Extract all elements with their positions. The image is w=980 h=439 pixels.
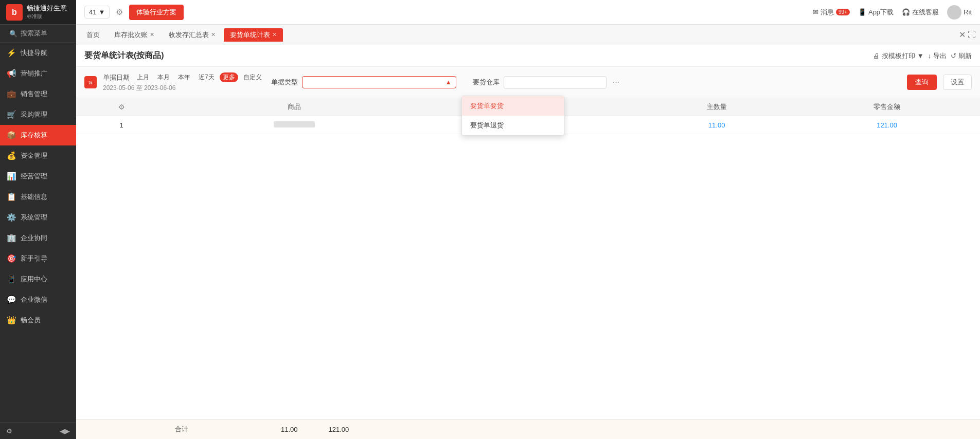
online-service-label: 在线客服	[912, 8, 939, 17]
phone-icon: 📱	[858, 8, 866, 16]
chevron-down-icon: ▼	[98, 8, 105, 16]
tab-home[interactable]: 首页	[80, 28, 106, 42]
sidebar-header: b 畅捷通好生意 标准版	[0, 0, 76, 25]
sidebar-item-label: 采购管理	[21, 110, 47, 119]
dropdown-item-0[interactable]: 要货单要货	[462, 96, 564, 116]
app-title-group: 畅捷通好生意 标准版	[27, 4, 67, 20]
product-placeholder	[274, 121, 315, 127]
filter-type-select[interactable]: ▲	[302, 76, 456, 88]
date-label: 单据日期	[103, 73, 130, 82]
filter-more-icon[interactable]: ···	[613, 78, 619, 87]
tab-order-stats[interactable]: 要货单统计表 ✕	[224, 28, 283, 42]
tab-home-label: 首页	[86, 30, 100, 40]
sidebar-item-inventory[interactable]: 📦 库存核算	[0, 125, 76, 145]
sidebar-item-marketing[interactable]: 📢 营销推广	[0, 63, 76, 84]
search-icon: 🔍	[9, 30, 17, 38]
cell-amount[interactable]: 121.00	[794, 116, 980, 134]
sidebar-item-base-info[interactable]: 📋 基础信息	[0, 187, 76, 207]
sidebar-search[interactable]: 🔍 搜索菜单	[0, 25, 76, 43]
sidebar-footer: ⚙ ◀▶	[0, 423, 76, 439]
messages-icon: ✉	[813, 8, 818, 16]
qty-link[interactable]: 11.00	[708, 121, 725, 129]
date-btn-this-month[interactable]: 本月	[154, 72, 173, 83]
sidebar-item-operations[interactable]: 📊 经营管理	[0, 166, 76, 187]
sidebar-item-wechat[interactable]: 💬 企业微信	[0, 289, 76, 310]
col-product: 商品	[167, 98, 421, 116]
tab-recv-summary-close[interactable]: ✕	[211, 31, 216, 38]
export-btn[interactable]: ↓ 导出	[928, 51, 947, 61]
tab-inventory-batch[interactable]: 库存批次账 ✕	[108, 28, 161, 42]
filter-type-group: 单据类型 ▲ 要货单要货 要货单退货	[271, 76, 456, 88]
dropdown-item-1[interactable]: 要货单退货	[462, 116, 564, 135]
marketing-icon: 📢	[6, 68, 16, 79]
date-btn-custom[interactable]: 自定义	[240, 72, 265, 83]
sidebar-item-label: 应用中心	[21, 275, 47, 284]
tab-order-stats-close[interactable]: ✕	[272, 31, 277, 38]
print-icon: 🖨	[873, 52, 880, 60]
date-btn-more[interactable]: 更多	[220, 72, 238, 82]
footer-label: 合计	[175, 425, 188, 434]
filter-expand-btn[interactable]: »	[84, 76, 97, 88]
user-avatar[interactable]: Rit	[947, 5, 972, 20]
export-icon: ↓	[928, 52, 932, 60]
sidebar-item-quick-nav[interactable]: ⚡ 快捷导航	[0, 43, 76, 63]
tab-end-buttons: ✕ ⛶	[959, 30, 976, 40]
user-name: Rit	[964, 8, 972, 16]
settings-icon[interactable]: ⚙	[6, 427, 12, 435]
app-logo: b	[6, 4, 23, 21]
sidebar-item-system[interactable]: ⚙️ 系统管理	[0, 207, 76, 228]
sidebar-item-label: 库存核算	[21, 131, 47, 140]
store-selector[interactable]: 41 ▼	[84, 6, 110, 19]
chevron-up-icon: ▲	[446, 79, 452, 86]
tab-expand-icon[interactable]: ⛶	[968, 30, 976, 40]
sidebar-item-label: 企业协同	[21, 233, 47, 243]
amount-link[interactable]: 121.00	[877, 121, 897, 129]
export-label: 导出	[933, 51, 947, 61]
app-download-btn[interactable]: 📱 App下载	[858, 8, 894, 17]
operations-icon: 📊	[6, 171, 16, 181]
settings-gear-icon[interactable]: ⚙	[116, 7, 123, 17]
tab-recv-summary[interactable]: 收发存汇总表 ✕	[163, 28, 222, 42]
table-container: ⚙ 商品 主计量单位 主数量 零售金额 1 块	[76, 98, 980, 419]
cell-qty[interactable]: 11.00	[639, 116, 794, 134]
print-btn[interactable]: 🖨 按模板打印 ▼	[873, 51, 924, 61]
refresh-icon: ↺	[951, 52, 956, 60]
date-btn-7days[interactable]: 近7天	[195, 72, 218, 83]
industry-btn[interactable]: 体验行业方案	[129, 5, 184, 20]
sidebar-item-app-center[interactable]: 📱 应用中心	[0, 269, 76, 289]
filter-warehouse-group: 要货仓库 ···	[473, 76, 619, 89]
settings-btn[interactable]: 设置	[943, 75, 972, 90]
collapse-icon[interactable]: ◀▶	[60, 427, 70, 435]
tab-close-all-icon[interactable]: ✕	[959, 30, 966, 40]
date-btn-this-year[interactable]: 本年	[175, 72, 193, 83]
sidebar-item-enterprise[interactable]: 🏢 企业协同	[0, 228, 76, 248]
sidebar-item-label: 企业微信	[21, 295, 47, 304]
app-title: 畅捷通好生意	[27, 4, 67, 13]
query-btn[interactable]: 查询	[907, 75, 937, 90]
sidebar-item-purchase[interactable]: 🛒 采购管理	[0, 104, 76, 125]
messages-btn[interactable]: ✉ 消息 99+	[813, 8, 850, 17]
footer-qty: 11.00	[281, 426, 298, 433]
type-dropdown: 要货单要货 要货单退货	[461, 96, 564, 136]
tab-bar: 首页 库存批次账 ✕ 收发存汇总表 ✕ 要货单统计表 ✕ ✕ ⛶	[76, 25, 980, 45]
refresh-btn[interactable]: ↺ 刷新	[951, 51, 972, 61]
sidebar-item-sales[interactable]: 💼 销售管理	[0, 84, 76, 104]
sidebar-item-member[interactable]: 👑 畅会员	[0, 310, 76, 331]
main-area: 41 ▼ ⚙ 体验行业方案 ✉ 消息 99+ 📱 App下载 🎧 在线客服 R	[76, 0, 980, 439]
headset-icon: 🎧	[902, 8, 910, 16]
online-service-btn[interactable]: 🎧 在线客服	[902, 8, 939, 17]
sidebar-item-finance[interactable]: 💰 资金管理	[0, 145, 76, 166]
purchase-icon: 🛒	[6, 109, 16, 120]
tab-inventory-batch-label: 库存批次账	[114, 30, 148, 40]
warehouse-input[interactable]	[504, 76, 607, 89]
table-settings-icon[interactable]: ⚙	[118, 103, 125, 111]
tab-order-stats-label: 要货单统计表	[230, 30, 270, 40]
date-btn-last-month[interactable]: 上月	[134, 72, 152, 83]
sidebar-item-label: 资金管理	[21, 151, 47, 160]
print-dropdown-icon: ▼	[917, 52, 924, 60]
sidebar-item-guide[interactable]: 🎯 新手引导	[0, 248, 76, 269]
tab-inventory-batch-close[interactable]: ✕	[150, 31, 154, 38]
page-header: 要货单统计表(按商品) 🖨 按模板打印 ▼ ↓ 导出 ↺ 刷新	[76, 45, 980, 67]
messages-badge: 99+	[836, 9, 850, 15]
enterprise-icon: 🏢	[6, 233, 16, 243]
